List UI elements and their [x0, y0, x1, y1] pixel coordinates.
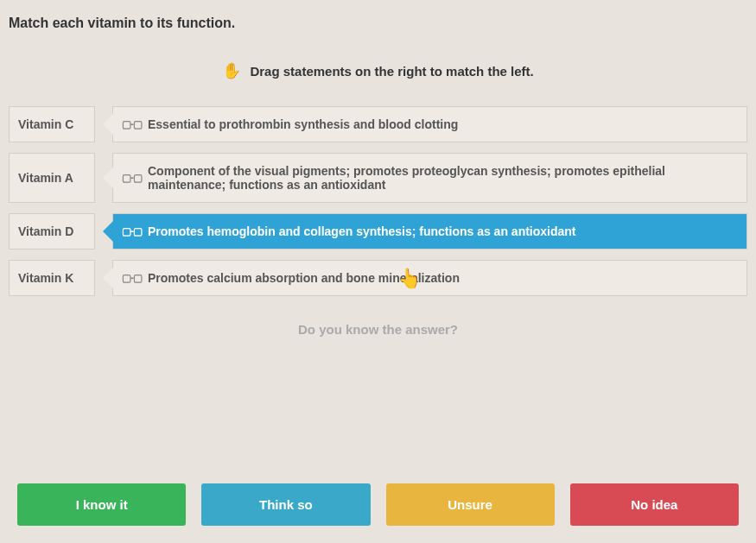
left-label[interactable]: Vitamin A — [9, 153, 95, 203]
match-row: Vitamin A ▢-▢ Component of the visual pi… — [9, 153, 747, 203]
statement-text: Promotes calcium absorption and bone min… — [148, 271, 460, 285]
hand-icon: ✋ — [222, 62, 241, 79]
no-idea-button[interactable]: No idea — [570, 483, 739, 526]
match-row: Vitamin D ▢-▢ Promotes hemoglobin and co… — [9, 213, 747, 249]
unsure-button[interactable]: Unsure — [386, 483, 555, 526]
statement-text: Promotes hemoglobin and collagen synthes… — [148, 224, 576, 238]
match-row: Vitamin C ▢-▢ Essential to prothrombin s… — [9, 106, 747, 142]
right-statement[interactable]: ▢-▢ Component of the visual pigments; pr… — [112, 153, 747, 203]
drag-handle-icon[interactable]: ▢-▢ — [122, 272, 142, 284]
statement-text: Essential to prothrombin synthesis and b… — [148, 117, 458, 131]
instruction-label: Drag statements on the right to match th… — [250, 64, 533, 79]
left-label[interactable]: Vitamin K — [9, 260, 95, 296]
match-area: Vitamin C ▢-▢ Essential to prothrombin s… — [0, 106, 756, 296]
question-text: Match each vitamin to its function. — [0, 0, 756, 31]
answer-prompt: Do you know the answer? — [0, 322, 756, 337]
think-so-button[interactable]: Think so — [201, 483, 370, 526]
left-label[interactable]: Vitamin D — [9, 213, 95, 249]
right-statement[interactable]: ▢-▢ Promotes calcium absorption and bone… — [112, 260, 747, 296]
statement-text: Component of the visual pigments; promot… — [148, 164, 665, 192]
drag-handle-icon[interactable]: ▢-▢ — [122, 118, 142, 130]
confidence-buttons: I know it Think so Unsure No idea — [0, 483, 756, 526]
left-label[interactable]: Vitamin C — [9, 106, 95, 142]
instruction-text: ✋ Drag statements on the right to match … — [0, 61, 756, 80]
right-statement[interactable]: ▢-▢ Essential to prothrombin synthesis a… — [112, 106, 747, 142]
match-row: Vitamin K ▢-▢ Promotes calcium absorptio… — [9, 260, 747, 296]
drag-handle-icon[interactable]: ▢-▢ — [122, 225, 142, 237]
right-statement[interactable]: ▢-▢ Promotes hemoglobin and collagen syn… — [112, 213, 747, 249]
drag-handle-icon[interactable]: ▢-▢ — [122, 172, 142, 184]
know-it-button[interactable]: I know it — [17, 483, 186, 526]
